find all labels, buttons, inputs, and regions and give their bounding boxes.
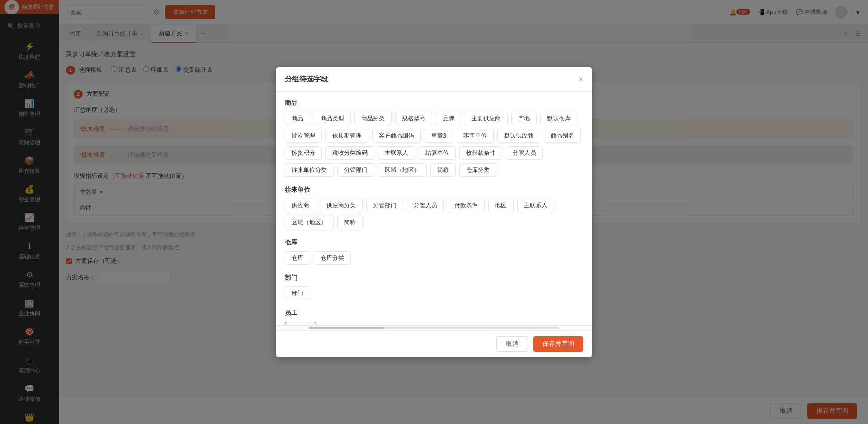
field-tag[interactable]: 供应商分类: [320, 199, 363, 212]
field-tag[interactable]: 分管人员: [506, 146, 543, 160]
hscroll-thumb: [309, 327, 384, 329]
field-tag[interactable]: 零售单位: [457, 129, 494, 143]
modal-overlay: 分组待选字段 × 商品 商品 商品类型 商品分类 规格型号 品牌 主要供应商 产…: [0, 0, 868, 424]
field-tag[interactable]: 税收分类编码: [326, 146, 374, 160]
field-tag[interactable]: 客户商品编码: [372, 129, 421, 143]
field-tag[interactable]: 默认供应商: [497, 129, 540, 143]
field-tag[interactable]: 分管部门: [366, 199, 403, 212]
field-tag[interactable]: 重量3: [425, 129, 453, 143]
field-tag[interactable]: 主要供应商: [465, 112, 508, 125]
field-tag[interactable]: 分管部门: [337, 163, 374, 177]
field-tag[interactable]: 分管人员: [407, 199, 444, 212]
field-group-partner-title: 往来单位: [285, 186, 583, 194]
field-tag-staff-salesperson[interactable]: 业务员: [285, 322, 316, 326]
modal-title: 分组待选字段: [285, 75, 328, 84]
field-tag[interactable]: 供应商: [285, 199, 316, 212]
field-list-staff: 业务员: [285, 322, 583, 326]
field-tag[interactable]: 仓库: [285, 251, 310, 265]
field-tag[interactable]: 批次管理: [285, 129, 322, 143]
field-tag[interactable]: 产地: [511, 112, 537, 125]
field-tag[interactable]: 简称: [430, 163, 456, 177]
field-list-product: 商品 商品类型 商品分类 规格型号 品牌 主要供应商 产地 默认仓库 批次管理 …: [285, 112, 583, 177]
field-tag[interactable]: 拣货积分: [285, 146, 322, 160]
field-group-warehouse-title: 仓库: [285, 238, 583, 247]
field-group-department: 部门 部门: [285, 274, 583, 300]
field-group-staff-title: 员工: [285, 309, 583, 317]
field-tag[interactable]: 品牌: [436, 112, 461, 125]
modal-cancel-button[interactable]: 取消: [496, 336, 528, 352]
field-tag[interactable]: 商品: [285, 112, 310, 125]
field-tag[interactable]: 简称: [337, 216, 363, 229]
field-tag[interactable]: 地区: [488, 199, 514, 212]
field-tag[interactable]: 区域（地区）: [285, 216, 334, 229]
modal-body: 商品 商品 商品类型 商品分类 规格型号 品牌 主要供应商 产地 默认仓库 批次…: [276, 92, 592, 326]
field-group-product: 商品 商品 商品类型 商品分类 规格型号 品牌 主要供应商 产地 默认仓库 批次…: [285, 99, 583, 177]
field-tag[interactable]: 商品类型: [314, 112, 351, 125]
field-tag[interactable]: 仓库分类: [459, 163, 496, 177]
field-tag[interactable]: 区域（地区）: [378, 163, 427, 177]
modal-hscroll[interactable]: [276, 325, 592, 330]
field-tag[interactable]: 主联系人: [378, 146, 415, 160]
field-tag[interactable]: 保质期管理: [326, 129, 368, 143]
modal-confirm-button[interactable]: 保存并查询: [533, 336, 583, 352]
field-group-staff: 员工 业务员: [285, 309, 583, 326]
field-group-warehouse: 仓库 仓库 仓库分类: [285, 238, 583, 265]
modal-header: 分组待选字段 ×: [276, 67, 592, 92]
field-group-department-title: 部门: [285, 274, 583, 282]
field-group-product-title: 商品: [285, 99, 583, 107]
modal-footer: 取消 保存并查询: [276, 330, 592, 357]
field-tag[interactable]: 部门: [285, 286, 310, 300]
field-tag[interactable]: 主联系人: [517, 199, 554, 212]
field-tag[interactable]: 收付款条件: [459, 146, 502, 160]
field-tag[interactable]: 商品分类: [354, 112, 392, 125]
field-list-warehouse: 仓库 仓库分类: [285, 251, 583, 265]
field-select-modal: 分组待选字段 × 商品 商品 商品类型 商品分类 规格型号 品牌 主要供应商 产…: [276, 67, 592, 357]
field-tag[interactable]: 商品别名: [544, 129, 581, 143]
field-tag[interactable]: 规格型号: [395, 112, 432, 125]
field-list-partner: 供应商 供应商分类 分管部门 分管人员 付款条件 地区 主联系人 区域（地区） …: [285, 199, 583, 229]
field-tag[interactable]: 结算单位: [419, 146, 456, 160]
field-tag[interactable]: 往来单位分类: [285, 163, 334, 177]
field-list-department: 部门: [285, 286, 583, 300]
field-tag[interactable]: 默认仓库: [540, 112, 577, 125]
field-group-partner: 往来单位 供应商 供应商分类 分管部门 分管人员 付款条件 地区 主联系人 区域…: [285, 186, 583, 229]
hscroll-track: [309, 327, 559, 329]
field-tag[interactable]: 付款条件: [448, 199, 485, 212]
modal-close-button[interactable]: ×: [578, 75, 583, 83]
field-tag[interactable]: 仓库分类: [314, 251, 351, 265]
